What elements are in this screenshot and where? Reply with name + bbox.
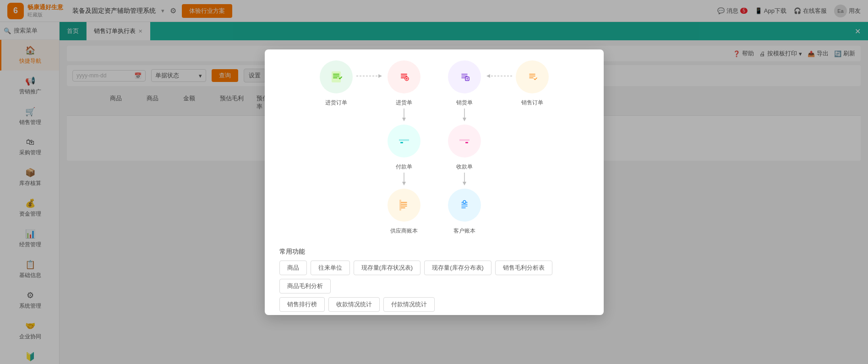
arrow-bill-to-payment bbox=[399, 107, 409, 125]
svg-rect-27 bbox=[528, 71, 537, 82]
svg-rect-8 bbox=[399, 139, 409, 141]
sales-bill-label: 销货单 bbox=[456, 99, 473, 107]
arrow-purchase-order-to-bill bbox=[356, 71, 384, 81]
supplier-ledger-label: 供应商账本 bbox=[390, 227, 418, 235]
receipt-icon bbox=[448, 125, 481, 158]
flow-col-1: 进货订单 bbox=[320, 60, 353, 107]
svg-marker-6 bbox=[402, 118, 406, 121]
flow-node-purchase-order[interactable]: 进货订单 bbox=[320, 60, 353, 107]
purchase-order-icon bbox=[320, 60, 353, 93]
payment-label: 付款单 bbox=[396, 163, 412, 171]
svg-rect-13 bbox=[399, 200, 401, 211]
func-btn-stock-dist[interactable]: 现存量(库存分布表) bbox=[424, 261, 491, 275]
modal-overlay[interactable]: 进货订单 进货单 bbox=[0, 0, 868, 364]
func-btn-goods-gross[interactable]: 商品毛利分析 bbox=[279, 279, 331, 293]
function-btns-row1: 商品 往来单位 现存量(库存状况表) 现存量(库存分布表) 销售毛利分析表 商品… bbox=[279, 261, 589, 293]
purchase-order-label: 进货订单 bbox=[325, 99, 347, 107]
purchase-bill-label: 进货单 bbox=[396, 99, 412, 107]
svg-marker-22 bbox=[463, 182, 466, 185]
sales-order-icon bbox=[516, 60, 549, 93]
flow-node-customer-ledger[interactable]: 客户账本 bbox=[448, 189, 481, 235]
func-btn-payment-stats[interactable]: 付款情况统计 bbox=[383, 297, 435, 312]
quick-nav-modal: 进货订单 进货单 bbox=[265, 49, 604, 315]
receipt-label: 收款单 bbox=[456, 163, 473, 171]
flow-node-receipt[interactable]: 收款单 bbox=[448, 125, 481, 171]
function-btns-row2: 销售排行榜 收款情况统计 付款情况统计 bbox=[279, 297, 589, 312]
func-btn-stock-status[interactable]: 现存量(库存状况表) bbox=[354, 261, 421, 275]
func-btn-receipt-stats[interactable]: 收款情况统计 bbox=[328, 297, 380, 312]
svg-marker-26 bbox=[486, 74, 490, 78]
flow-node-sales-order[interactable]: 销售订单 bbox=[516, 60, 549, 107]
flow-col-4: 销售订单 bbox=[516, 60, 549, 107]
flow-node-purchase-bill[interactable]: 进货单 bbox=[388, 60, 420, 107]
customer-ledger-label: 客户账本 bbox=[453, 227, 475, 235]
flow-node-sales-bill[interactable]: 销货单 bbox=[448, 60, 481, 107]
sales-order-label: 销售订单 bbox=[521, 99, 543, 107]
svg-marker-11 bbox=[402, 182, 406, 185]
customer-ledger-icon bbox=[448, 189, 481, 222]
common-section-title: 常用功能 bbox=[279, 248, 589, 256]
func-btn-sales-rank[interactable]: 销售排行榜 bbox=[279, 297, 325, 312]
func-btn-goods[interactable]: 商品 bbox=[279, 261, 307, 275]
arrow-payment-to-supplier bbox=[399, 171, 409, 189]
modal-inner: 进货订单 进货单 bbox=[265, 49, 604, 315]
svg-point-24 bbox=[463, 201, 466, 203]
func-btn-counterpart[interactable]: 往来单位 bbox=[311, 261, 350, 275]
svg-marker-17 bbox=[463, 118, 466, 121]
sales-bill-icon bbox=[448, 60, 481, 93]
svg-rect-0 bbox=[332, 71, 341, 82]
flow-node-payment[interactable]: 付款单 bbox=[388, 125, 420, 171]
flow-col-2: 进货单 付款单 bbox=[388, 60, 420, 235]
flow-node-supplier-ledger[interactable]: 供应商账本 bbox=[388, 189, 420, 235]
common-functions-section: 常用功能 商品 往来单位 现存量(库存状况表) 现存量(库存分布表) 销售毛利分… bbox=[279, 248, 589, 312]
svg-rect-19 bbox=[459, 139, 469, 141]
supplier-ledger-icon bbox=[388, 189, 420, 222]
arrow-sales-order-to-bill bbox=[485, 71, 512, 81]
payment-icon bbox=[388, 125, 420, 158]
svg-marker-2 bbox=[378, 74, 382, 78]
flow-diagram: 进货订单 进货单 bbox=[279, 60, 589, 235]
purchase-bill-icon bbox=[388, 60, 420, 93]
svg-rect-20 bbox=[465, 142, 468, 143]
arrow-sales-bill-to-receipt bbox=[460, 107, 469, 125]
arrow-receipt-to-customer bbox=[460, 171, 469, 189]
func-btn-sales-gross[interactable]: 销售毛利分析表 bbox=[495, 261, 552, 275]
svg-rect-9 bbox=[400, 142, 403, 143]
flow-col-3: 销货单 收款单 bbox=[448, 60, 481, 235]
